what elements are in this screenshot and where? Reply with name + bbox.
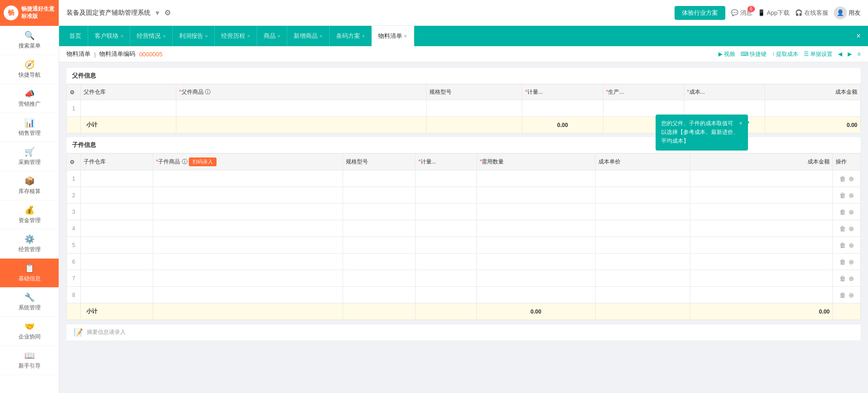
chart-icon: 📊 — [24, 118, 35, 128]
copy-icon[interactable]: ⊕ — [849, 192, 854, 199]
money-icon: 💰 — [24, 205, 35, 215]
wrench-icon: 🔧 — [24, 292, 35, 302]
tab-close-icon[interactable]: × — [319, 33, 322, 39]
tooltip-box: × 您的父件、子件的成本取值可以选择【参考成本、最新进价、平均成本】 — [656, 115, 748, 151]
topbar: 装备及固定资产辅助管理系统 ▼ ⚙ 体验行业方案 💬 消息 6 📱 App下载 … — [59, 0, 868, 26]
tab-history[interactable]: 经营历程 × — [215, 26, 257, 46]
delete-icon[interactable]: 🗑 — [839, 175, 846, 182]
bottom-bar: 📝 摘要信息请录入 — [66, 324, 861, 340]
child-th-quantity: *计量... — [415, 154, 476, 170]
table-row: 8 🗑 ⊕ — [67, 287, 861, 303]
delete-icon[interactable]: 🗑 — [839, 192, 846, 199]
delete-icon[interactable]: 🗑 — [839, 242, 846, 249]
handshake-icon: 🤝 — [24, 321, 35, 332]
tab-profit[interactable]: 利润报告 × — [173, 26, 215, 46]
sidebar-item-basic[interactable]: 📋 基础信息 — [0, 259, 59, 288]
tab-home[interactable]: 首页 — [63, 26, 88, 46]
delete-icon[interactable]: 🗑 — [839, 275, 846, 282]
sidebar-item-inventory[interactable]: 📦 库存核算 — [0, 171, 59, 200]
book-icon: 📖 — [24, 351, 35, 361]
tab-business[interactable]: 经营情况 × — [130, 26, 172, 46]
child-section: 子件信息 ⚙ 子件仓库 *子件商品 ⓘ 扫码录入 规格型号 *计量... — [66, 137, 861, 320]
topbar-title: 装备及固定资产辅助管理系统 ▼ ⚙ — [66, 8, 669, 17]
parent-th-warehouse: 父件仓库 — [81, 85, 176, 100]
phone-icon: 📱 — [758, 9, 765, 16]
single-settings-button[interactable]: ☰ 单据设置 — [804, 50, 832, 58]
message-button[interactable]: 💬 消息 6 — [731, 9, 752, 17]
delete-icon[interactable]: 🗑 — [839, 225, 846, 232]
copy-icon[interactable]: ⊕ — [849, 242, 854, 249]
breadcrumb-bar: 物料清单 | 物料清单编码 0000005 ▶ 视频 ⌨ 快捷键 ↑ 提取成本 — [59, 46, 868, 62]
sidebar-item-purchase[interactable]: 🛒 采购管理 — [0, 142, 59, 171]
parent-th-product: *父件商品 ⓘ — [176, 85, 427, 100]
table-row: 1 🗑 ⊕ — [67, 170, 861, 187]
copy-icon[interactable]: ⊕ — [849, 275, 854, 282]
copy-icon[interactable]: ⊕ — [849, 208, 854, 216]
parent-th-gear[interactable]: ⚙ — [67, 85, 81, 100]
tab-customer[interactable]: 客户联络 × — [88, 26, 130, 46]
child-th-gear[interactable]: ⚙ — [67, 154, 81, 170]
sidebar-item-search[interactable]: 🔍 搜索菜单 — [0, 26, 59, 55]
tab-close-icon[interactable]: × — [247, 33, 250, 39]
parent-subtotal-amount: 0.00 — [765, 117, 861, 133]
megaphone-icon: 📣 — [24, 89, 35, 99]
delete-icon[interactable]: 🗑 — [839, 258, 846, 266]
sidebar-item-marketing[interactable]: 📣 营销推广 — [0, 84, 59, 113]
tab-close-icon[interactable]: × — [277, 33, 280, 39]
sidebar-item-guide[interactable]: 📖 新手引导 — [0, 346, 59, 375]
sidebar-menu: 🔍 搜索菜单 🧭 快捷导航 📣 营销推广 📊 销售管理 🛒 采购管理 📦 库存核… — [0, 26, 59, 393]
delete-icon[interactable]: 🗑 — [839, 291, 846, 299]
tooltip-text: 您的父件、子件的成本取值可以选择【参考成本、最新进价、平均成本】 — [661, 120, 739, 144]
delete-icon[interactable]: 🗑 — [839, 208, 846, 216]
list-view-button[interactable]: ≡ — [857, 51, 861, 57]
tooltip-close-button[interactable]: × — [739, 119, 742, 128]
view-video-button[interactable]: ▶ 视频 — [718, 50, 735, 58]
copy-icon[interactable]: ⊕ — [849, 225, 854, 232]
sidebar-item-finance[interactable]: 💰 资金管理 — [0, 200, 59, 230]
tab-barcode[interactable]: 条码方案 × — [330, 26, 372, 46]
tab-close-icon[interactable]: × — [205, 33, 208, 39]
parent-th-quantity: *计量... — [522, 85, 603, 100]
table-row: 4 🗑 ⊕ — [67, 220, 861, 237]
child-th-product: *子件商品 ⓘ 扫码录入 — [153, 154, 343, 170]
sidebar-item-quicknav[interactable]: 🧭 快捷导航 — [0, 55, 59, 84]
app-download-button[interactable]: 📱 App下载 — [758, 9, 790, 17]
dropdown-arrow-icon[interactable]: ▼ — [154, 9, 161, 17]
settings-button[interactable]: ⚙ — [164, 8, 171, 17]
tab-close-icon[interactable]: × — [362, 33, 365, 39]
parent-th-cost-amount: 成本金额 — [765, 85, 861, 100]
online-service-button[interactable]: 🎧 在线客服 — [795, 9, 828, 17]
breadcrumb-current: 物料清单 — [66, 50, 90, 58]
tab-goods[interactable]: 商品 × — [257, 26, 287, 46]
tab-bom[interactable]: 物料清单 × — [372, 26, 414, 46]
tab-close-icon[interactable]: × — [121, 33, 123, 39]
shortcut-button[interactable]: ⌨ 快捷键 — [741, 50, 766, 58]
sidebar-item-enterprise[interactable]: 🤝 企业协同 — [0, 317, 59, 346]
content-area: 物料清单 | 物料清单编码 0000005 ▶ 视频 ⌨ 快捷键 ↑ 提取成本 — [59, 46, 868, 393]
headset-icon: 🎧 — [795, 9, 802, 16]
nav-next-button[interactable]: ▶ — [848, 51, 852, 57]
extract-cost-button[interactable]: ↑ 提取成本 — [772, 50, 798, 58]
compass-icon: 🧭 — [24, 60, 35, 70]
copy-icon[interactable]: ⊕ — [849, 291, 854, 299]
sidebar-item-sales[interactable]: 📊 销售管理 — [0, 113, 59, 142]
parent-th-production: *生产... — [603, 85, 684, 100]
search-icon: 🔍 — [24, 30, 35, 41]
system-title: 装备及固定资产辅助管理系统 — [66, 9, 151, 17]
scan-input-button[interactable]: 扫码录入 — [189, 157, 217, 166]
table-row: 5 🗑 ⊕ — [67, 237, 861, 254]
trial-button[interactable]: 体验行业方案 — [675, 6, 725, 20]
breadcrumb-code-label: 物料清单编码 — [99, 50, 135, 58]
sidebar-item-system[interactable]: 🔧 系统管理 — [0, 288, 59, 317]
nav-prev-button[interactable]: ◀ — [838, 51, 842, 57]
tab-close-icon[interactable]: × — [163, 33, 165, 39]
tab-close-icon[interactable]: × — [404, 33, 407, 39]
tab-newgoods[interactable]: 新增商品 × — [287, 26, 329, 46]
close-all-tabs-button[interactable]: × — [853, 32, 864, 40]
copy-icon[interactable]: ⊕ — [849, 258, 854, 266]
breadcrumb-code-value: 0000005 — [139, 51, 163, 58]
table-row: 6 🗑 ⊕ — [67, 254, 861, 270]
sidebar-item-operations[interactable]: ⚙️ 经营管理 — [0, 230, 59, 259]
user-menu[interactable]: 👤 用友 — [834, 6, 861, 19]
copy-icon[interactable]: ⊕ — [849, 175, 854, 182]
